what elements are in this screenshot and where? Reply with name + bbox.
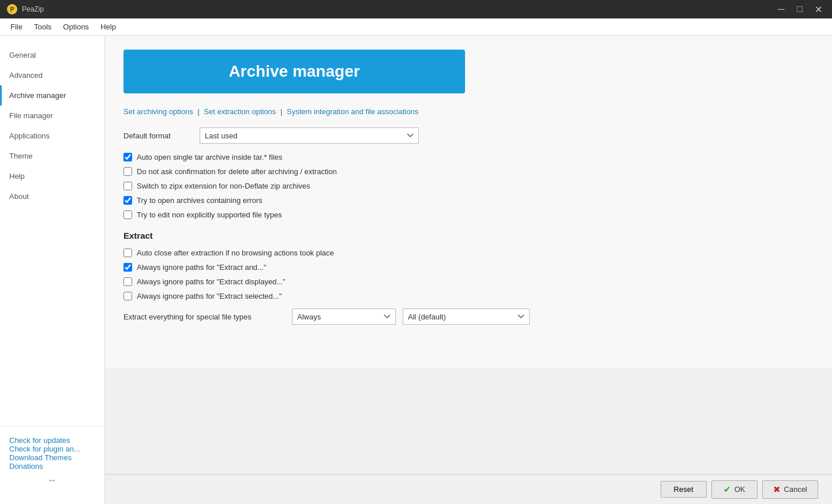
checkbox-try-edit-unsupported-label: Try to edit non explicitly supported fil… xyxy=(137,210,282,219)
cancel-cross-icon: ✖ xyxy=(773,484,781,495)
extract-heading: Extract xyxy=(123,231,814,240)
title-bar: P PeaZip ─ □ ✕ xyxy=(0,0,832,18)
checkbox-try-open-errors-input[interactable] xyxy=(123,196,132,205)
default-format-row: Default format Last used ZIP 7Z TAR GZ B… xyxy=(123,127,814,144)
content-area: Archive manager Set archiving options | … xyxy=(105,36,832,368)
extract-special-all-select[interactable]: All (default) Images Documents Audio Vid… xyxy=(403,309,530,325)
content-wrapper: Archive manager Set archiving options | … xyxy=(105,36,832,504)
checkbox-auto-close: Auto close after extraction if no browsi… xyxy=(123,249,814,257)
default-format-label: Default format xyxy=(123,131,193,140)
main-layout: General Advanced Archive manager File ma… xyxy=(0,36,832,504)
checkbox-ignore-paths-extract-selected-input[interactable] xyxy=(123,292,132,300)
checkbox-zipx-extension-input[interactable] xyxy=(123,182,132,190)
sidebar-link-donations[interactable]: Donations xyxy=(0,457,53,475)
menu-bar: File Tools Options Help xyxy=(0,18,832,36)
checkbox-ignore-paths-extract-and-input[interactable] xyxy=(123,263,132,272)
bottom-bar: Reset ✔ OK ✖ Cancel xyxy=(105,474,832,504)
resize-icon: ↔ xyxy=(48,475,57,486)
app-icon: P xyxy=(7,4,17,14)
checkbox-ignore-paths-extract-selected: Always ignore paths for "Extract selecte… xyxy=(123,292,814,300)
checkbox-zipx-extension-label: Switch to zipx extension for non-Deflate… xyxy=(137,182,310,190)
sidebar-bottom: Check for updates Check for plugin an...… xyxy=(0,426,104,495)
extract-special-always-select[interactable]: Always Never Ask xyxy=(292,309,396,325)
title-bar-title: PeaZip xyxy=(22,5,774,13)
menu-help[interactable]: Help xyxy=(95,20,122,33)
checkbox-auto-open-tar-input[interactable] xyxy=(123,153,132,161)
checkbox-auto-close-label: Auto close after extraction if no browsi… xyxy=(137,249,334,257)
checkbox-no-confirm-delete-input[interactable] xyxy=(123,167,132,176)
menu-tools[interactable]: Tools xyxy=(28,20,57,33)
sidebar: General Advanced Archive manager File ma… xyxy=(0,36,105,504)
checkbox-ignore-paths-extract-displayed: Always ignore paths for "Extract display… xyxy=(123,277,814,286)
set-archiving-link[interactable]: Set archiving options xyxy=(123,107,193,116)
sidebar-item-advanced[interactable]: Advanced xyxy=(0,65,104,85)
minimize-button[interactable]: ─ xyxy=(774,2,788,16)
close-button[interactable]: ✕ xyxy=(811,2,825,16)
cancel-button[interactable]: ✖ Cancel xyxy=(762,480,818,499)
checkbox-ignore-paths-extract-and: Always ignore paths for "Extract and..." xyxy=(123,263,814,272)
checkbox-auto-open-tar-label: Auto open single tar archive inside tar.… xyxy=(137,153,282,161)
default-format-select[interactable]: Last used ZIP 7Z TAR GZ BZ2 xyxy=(200,127,419,144)
sidebar-item-applications[interactable]: Applications xyxy=(0,126,104,146)
checkbox-try-open-errors-label: Try to open archives containing errors xyxy=(137,196,263,205)
checkbox-try-open-errors: Try to open archives containing errors xyxy=(123,196,814,205)
checkbox-ignore-paths-extract-and-label: Always ignore paths for "Extract and..." xyxy=(137,263,267,272)
checkbox-ignore-paths-extract-displayed-label: Always ignore paths for "Extract display… xyxy=(137,277,286,286)
menu-options[interactable]: Options xyxy=(57,20,95,33)
ok-button[interactable]: ✔ OK xyxy=(711,480,758,499)
maximize-button[interactable]: □ xyxy=(793,2,807,16)
sidebar-item-about[interactable]: About xyxy=(0,186,104,206)
links-row: Set archiving options | Set extraction o… xyxy=(123,107,814,116)
sidebar-item-theme[interactable]: Theme xyxy=(0,146,104,166)
checkbox-no-confirm-delete: Do not ask confirmation for delete after… xyxy=(123,167,814,176)
ok-checkmark-icon: ✔ xyxy=(724,484,731,495)
sidebar-item-file-manager[interactable]: File manager xyxy=(0,106,104,126)
sidebar-item-general[interactable]: General xyxy=(0,45,104,65)
checkbox-no-confirm-delete-label: Do not ask confirmation for delete after… xyxy=(137,167,337,176)
checkbox-ignore-paths-extract-selected-label: Always ignore paths for "Extract selecte… xyxy=(137,292,282,300)
window-controls: ─ □ ✕ xyxy=(774,2,825,16)
sidebar-item-archive-manager[interactable]: Archive manager xyxy=(0,85,104,106)
separator-2: | xyxy=(280,107,282,116)
extract-special-row: Extract everything for special file type… xyxy=(123,309,814,325)
checkbox-try-edit-unsupported: Try to edit non explicitly supported fil… xyxy=(123,210,814,219)
sidebar-item-help[interactable]: Help xyxy=(0,166,104,186)
separator-1: | xyxy=(197,107,199,116)
system-integration-link[interactable]: System integration and file associations xyxy=(287,107,418,116)
reset-button[interactable]: Reset xyxy=(661,481,707,498)
extract-special-label: Extract everything for special file type… xyxy=(123,313,285,321)
checkbox-auto-close-input[interactable] xyxy=(123,249,132,257)
checkbox-zipx-extension: Switch to zipx extension for non-Deflate… xyxy=(123,182,814,190)
set-extraction-link[interactable]: Set extraction options xyxy=(204,107,276,116)
checkbox-try-edit-unsupported-input[interactable] xyxy=(123,210,132,219)
checkbox-auto-open-tar: Auto open single tar archive inside tar.… xyxy=(123,153,814,161)
sidebar-nav: General Advanced Archive manager File ma… xyxy=(0,45,104,426)
checkbox-ignore-paths-extract-displayed-input[interactable] xyxy=(123,277,132,286)
page-header: Archive manager xyxy=(123,50,465,93)
menu-file[interactable]: File xyxy=(5,20,28,33)
